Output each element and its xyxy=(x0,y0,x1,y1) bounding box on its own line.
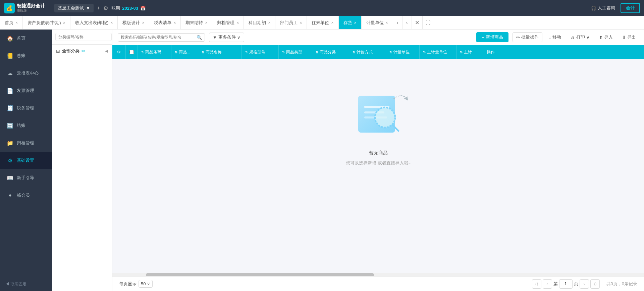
tab-close-subject[interactable]: × xyxy=(268,20,270,25)
settings-nav-icon: ⚙ xyxy=(7,157,13,164)
sidebar-item-settings[interactable]: ⚙ 基础设置 xyxy=(0,152,52,169)
th-name[interactable]: ⇅ 商品名称 xyxy=(198,45,242,59)
first-page-btn[interactable]: ⟨⟨ xyxy=(532,279,541,289)
export-button[interactable]: ⬇ 导出 xyxy=(620,33,639,42)
kuaiji-button[interactable]: 会计 xyxy=(621,3,640,13)
tab-close-balance[interactable]: × xyxy=(63,20,65,25)
tab-close-inventory[interactable]: × xyxy=(354,20,357,25)
th-barcode[interactable]: ⇅ 商品条码 xyxy=(138,45,171,59)
th-checkbox[interactable] xyxy=(126,45,138,59)
horizontal-scrollbar[interactable] xyxy=(112,273,644,276)
sidebar-item-tax[interactable]: 🧾 税务管理 xyxy=(0,99,52,117)
empty-title: 暂无商品 xyxy=(369,150,388,156)
import-button[interactable]: ⬆ 导入 xyxy=(596,33,615,42)
th-code[interactable]: ⇅ 商品... xyxy=(171,45,198,59)
next-page-btn[interactable]: › xyxy=(580,279,589,289)
sidebar-item-invoice[interactable]: 📄 发票管理 xyxy=(0,82,52,99)
sidebar-item-archive[interactable]: 📁 归档管理 xyxy=(0,134,52,152)
company-selector[interactable]: 基层工会测试 ▼ xyxy=(54,4,94,12)
sidebar-item-checkout[interactable]: 🔄 结账 xyxy=(0,117,52,134)
tab-dept[interactable]: 部门员工 × xyxy=(275,16,307,30)
tab-close-template[interactable]: × xyxy=(142,20,144,25)
chevron-down-icon: ∨ xyxy=(237,35,240,40)
archive-icon: 📁 xyxy=(7,140,13,146)
edit-icon[interactable]: ✏ xyxy=(82,48,86,54)
th-type[interactable]: ⇅ 商品类型 xyxy=(279,45,312,59)
select-all-checkbox[interactable] xyxy=(129,50,134,54)
tab-tax[interactable]: 税表清单 × xyxy=(149,16,181,30)
dropdown-icon: ▼ xyxy=(86,6,90,11)
th-main-calc[interactable]: ⇅ 主计 xyxy=(457,45,483,59)
period-value: 2023-03 xyxy=(122,6,138,11)
page-input[interactable] xyxy=(559,279,573,289)
prev-page-btn[interactable]: ‹ xyxy=(543,279,552,289)
nav-label-guide: 新手引导 xyxy=(17,175,34,181)
add-company-icon[interactable]: + xyxy=(97,5,100,11)
panel-collapse-icon[interactable]: ◀ xyxy=(105,49,108,53)
tab-close-all[interactable]: ✕ xyxy=(412,16,423,30)
th-price-method[interactable]: ⇅ 计价方式 xyxy=(349,45,386,59)
left-panel-search: 🔍 xyxy=(52,30,112,45)
tab-close-dept[interactable]: × xyxy=(300,20,302,25)
tab-close-unit[interactable]: × xyxy=(386,20,388,25)
tab-archive[interactable]: 归档管理 × xyxy=(212,16,244,30)
th-unit[interactable]: ⇅ 计量单位 xyxy=(386,45,420,59)
cloud-icon: ☁ xyxy=(7,70,13,77)
service-button[interactable]: 🎧 人工咨询 xyxy=(591,5,615,11)
sidebar-item-guide[interactable]: 📖 新手引导 xyxy=(0,169,52,187)
category-header[interactable]: ⊞ 全部分类 ✏ ◀ xyxy=(52,45,112,57)
sort-icon-unit: ⇅ xyxy=(389,50,392,54)
export-icon: ⬇ xyxy=(622,35,626,40)
tab-template[interactable]: 模版设计 × xyxy=(118,16,149,30)
print-button[interactable]: 🖨 打印 ∨ xyxy=(568,33,592,42)
tab-balance-sheet[interactable]: 资产负债表(中期) × xyxy=(23,16,70,30)
tab-close-archive[interactable]: × xyxy=(236,20,239,25)
tab-bar: 首页 × 资产负债表(中期) × 收入支出表(年报) × 模版设计 × 税表清单… xyxy=(0,16,644,30)
tab-inventory[interactable]: 存货 × xyxy=(339,16,362,30)
nav-label-home: 首页 xyxy=(17,35,25,41)
tab-contact[interactable]: 往来单位 × xyxy=(307,16,338,30)
batch-operation-button[interactable]: ✏ 批量操作 xyxy=(513,32,542,42)
new-product-button[interactable]: + 新增商品 xyxy=(476,32,508,42)
main-layout: 🏠 首页 📒 总账 ☁ 云报表中心 📄 发票管理 🧾 税务管理 🔄 结账 📁 归… xyxy=(0,30,644,291)
tab-close-contact[interactable]: × xyxy=(331,20,333,25)
product-search-icon[interactable]: 🔍 xyxy=(197,35,202,40)
sidebar-collapse-btn[interactable]: ◀ 取消固定 xyxy=(0,277,52,291)
empty-subtitle: 您可以选择新增,或者直接导入哦~ xyxy=(346,160,411,166)
tab-close-period[interactable]: × xyxy=(205,20,207,25)
tab-period-end[interactable]: 期末结转 × xyxy=(181,16,212,30)
tab-subject[interactable]: 科目期初 × xyxy=(244,16,275,30)
sidebar-item-member[interactable]: ♦ 畅会员 xyxy=(0,187,52,204)
th-model[interactable]: ⇅ 规格型号 xyxy=(242,45,279,59)
sort-icon-main-calc: ⇅ xyxy=(460,50,463,54)
tab-unit[interactable]: 计量单位 × xyxy=(362,16,393,30)
tab-close-tax[interactable]: × xyxy=(173,20,176,25)
sort-icon-barcode: ⇅ xyxy=(141,50,144,54)
move-button[interactable]: ↕ 移动 xyxy=(546,33,564,42)
sidebar-item-home[interactable]: 🏠 首页 xyxy=(0,30,52,47)
sort-icon-main-unit: ⇅ xyxy=(423,50,426,54)
guide-icon: 📖 xyxy=(7,175,13,181)
calendar-icon[interactable]: 📅 xyxy=(140,6,146,11)
tab-close-home[interactable]: × xyxy=(15,20,18,25)
category-search-input[interactable] xyxy=(55,33,112,41)
settings-icon[interactable]: ⚙ xyxy=(103,5,108,11)
page-nav: ⟨⟨ ‹ 第 页 › ⟩⟩ 共0页，0条记录 xyxy=(532,279,637,289)
more-conditions-btn[interactable]: ▼ 更多条件 ∨ xyxy=(209,33,244,42)
tab-income[interactable]: 收入支出表(年报) × xyxy=(70,16,118,30)
tab-nav-left[interactable]: ‹ xyxy=(393,16,402,30)
th-settings[interactable]: ⚙ xyxy=(112,45,126,59)
th-category[interactable]: ⇅ 商品分类 xyxy=(312,45,349,59)
product-search-input[interactable] xyxy=(121,35,197,40)
tab-expand[interactable]: ⛶ xyxy=(423,16,433,30)
per-page-select[interactable]: 50 ∨ xyxy=(139,280,153,288)
sidebar-item-cloud[interactable]: ☁ 云报表中心 xyxy=(0,64,52,82)
tab-close-income[interactable]: × xyxy=(110,20,113,25)
invoice-icon: 📄 xyxy=(7,88,13,94)
sidebar-item-ledger[interactable]: 📒 总账 xyxy=(0,47,52,64)
th-main-unit[interactable]: ⇅ 主计量单位 xyxy=(420,45,457,59)
tab-home[interactable]: 首页 × xyxy=(0,16,23,30)
nav-label-ledger: 总账 xyxy=(17,53,25,59)
tab-nav-right[interactable]: › xyxy=(402,16,412,30)
last-page-btn[interactable]: ⟩⟩ xyxy=(590,279,600,289)
